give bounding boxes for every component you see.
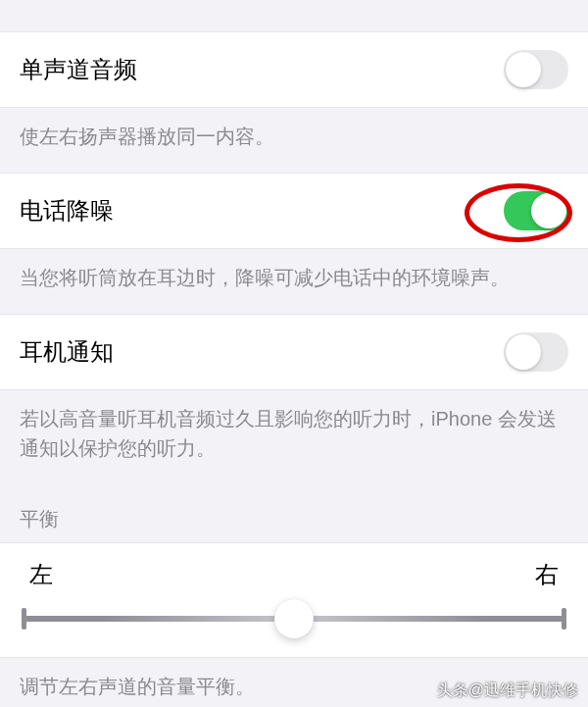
balance-slider-thumb[interactable] <box>274 599 314 638</box>
balance-slider[interactable] <box>22 616 566 622</box>
mono-audio-label: 单声道音频 <box>20 54 137 85</box>
noise-cancel-footer: 当您将听筒放在耳边时，降噪可减少电话中的环境噪声。 <box>0 249 588 314</box>
noise-cancel-label: 电话降噪 <box>20 195 114 227</box>
noise-cancel-switch[interactable] <box>504 191 568 230</box>
mono-audio-footer: 使左右扬声器播放同一内容。 <box>0 108 588 173</box>
headphone-notify-label: 耳机通知 <box>20 336 114 368</box>
headphone-notify-row[interactable]: 耳机通知 <box>0 314 588 390</box>
noise-cancel-row[interactable]: 电话降噪 <box>0 173 588 249</box>
balance-left-label: 左 <box>29 559 53 590</box>
mono-audio-switch[interactable] <box>504 50 568 89</box>
balance-footer: 调节左右声道的音量平衡。 <box>0 658 588 707</box>
balance-right-label: 右 <box>535 559 559 590</box>
headphone-notify-footer: 若以高音量听耳机音频过久且影响您的听力时，iPhone 会发送通知以保护您的听力… <box>0 390 588 484</box>
balance-header: 平衡 <box>0 484 588 542</box>
balance-slider-container: 左 右 <box>0 542 588 658</box>
mono-audio-row[interactable]: 单声道音频 <box>0 31 588 108</box>
headphone-notify-switch[interactable] <box>504 332 568 372</box>
